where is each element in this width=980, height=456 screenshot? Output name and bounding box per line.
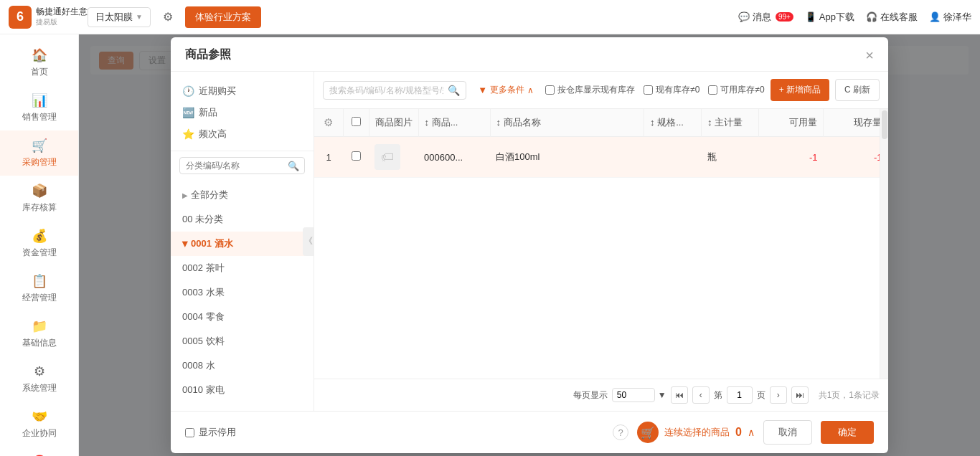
sort-icon: ↕: [425, 117, 430, 128]
sidebar-item-finance[interactable]: 💰 资金管理: [0, 221, 78, 266]
row-stock: -1: [824, 137, 888, 178]
sidebar-item-inventory[interactable]: 📦 库存核算: [0, 176, 78, 221]
per-page-select[interactable]: ▼: [612, 388, 666, 402]
scrollbar-thumb: [882, 110, 887, 139]
sidebar-item-purchase[interactable]: 🛒 采购管理: [0, 130, 78, 176]
add-product-button[interactable]: + 新增商品: [771, 79, 829, 101]
show-disabled-checkbox[interactable]: [185, 428, 194, 437]
category-item-0004[interactable]: 0004 零食: [171, 305, 314, 329]
sidebar-item-enterprise[interactable]: 🤝 企业协同: [0, 402, 78, 447]
app-download-item[interactable]: 📱 App下载: [805, 11, 854, 24]
show-disabled-checkbox-label[interactable]: 显示停用: [185, 426, 236, 439]
product-table: ⚙ 商品图片: [314, 109, 888, 178]
row-checkbox[interactable]: [352, 151, 361, 161]
col-stock-header: 现存量: [824, 109, 888, 137]
first-page-button[interactable]: ⏮: [671, 386, 688, 404]
category-panel: 🕐 近期购买 🆕 新品 ⭐ 频次高: [171, 72, 314, 411]
category-0008-label: 0008 水: [182, 359, 215, 372]
checkbox-current-stock[interactable]: 现有库存≠0: [644, 84, 699, 96]
operations-icon: 📋: [32, 273, 47, 289]
quick-link-new[interactable]: 🆕 新品: [179, 102, 305, 123]
filter-icon: ▼: [478, 85, 487, 95]
experience-button[interactable]: 体验行业方案: [185, 6, 261, 28]
col-code-header[interactable]: ↕ 商品...: [418, 109, 490, 137]
category-0004-label: 0004 零食: [182, 310, 225, 323]
logo-icon: 6: [9, 6, 32, 29]
confirm-button[interactable]: 确定: [821, 421, 874, 444]
category-item-0001[interactable]: 0001 酒水: [171, 232, 314, 256]
row-available: -1: [759, 137, 824, 178]
online-service-item[interactable]: 🎧 在线客服: [866, 11, 918, 24]
col-unit-header[interactable]: ↕ 主计量: [702, 109, 759, 137]
category-item-0010[interactable]: 0010 家电: [171, 378, 314, 402]
col-name-header[interactable]: ↕ 商品名称: [490, 109, 644, 137]
branch-selector[interactable]: 日太阳膜 ▼: [88, 7, 151, 27]
collapse-panel-button[interactable]: 《: [303, 227, 314, 256]
category-item-0002[interactable]: 0002 茶叶: [171, 256, 314, 280]
nav-right: 💬 消息 99+ 📱 App下载 🎧 在线客服 👤 徐泽华: [738, 11, 971, 24]
help-icon[interactable]: ?: [613, 424, 628, 440]
filter-button[interactable]: ▼ 更多条件 ∧: [472, 81, 540, 99]
table-scrollbar[interactable]: [880, 109, 888, 379]
modal-header: 商品参照 ×: [171, 37, 888, 72]
checkbox-warehouse-stock[interactable]: 按仓库显示现有库存: [545, 84, 635, 96]
messages-nav-item[interactable]: 💬 消息 99+: [738, 11, 793, 24]
category-item-00[interactable]: 00 未分类: [171, 207, 314, 232]
row-spec: [644, 137, 702, 178]
logo-text: 畅捷通好生意: [36, 6, 88, 18]
sidebar-item-system[interactable]: ⚙ 系统管理: [0, 356, 78, 402]
page-suffix: 页: [757, 389, 765, 402]
col-spec-header[interactable]: ↕ 规格...: [644, 109, 702, 137]
checkbox-available-stock[interactable]: 可用库存≠0: [708, 84, 764, 96]
category-item-0005[interactable]: 0005 饮料: [171, 329, 314, 353]
sort-icon: ↕: [707, 117, 712, 128]
select-all-checkbox[interactable]: [352, 117, 361, 126]
settings-icon[interactable]: ⚙: [156, 6, 179, 29]
sidebar-item-guide[interactable]: 🎯 新手引导: [0, 447, 78, 456]
category-search-icon: 🔍: [288, 161, 299, 171]
quick-link-frequent[interactable]: ⭐ 频次高: [179, 123, 305, 145]
product-table-container: ⚙ 商品图片: [314, 109, 888, 379]
search-toolbar: 🔍 ▼ 更多条件 ∧ 按仓库显示现有库存: [314, 72, 888, 109]
logo-sub: 捷易版: [36, 17, 88, 27]
checkbox-warehouse-stock-input[interactable]: [545, 85, 555, 95]
per-page-dropdown-icon[interactable]: ▼: [658, 390, 666, 400]
quick-link-recent[interactable]: 🕐 近期购买: [179, 80, 305, 102]
sidebar-label-system: 系统管理: [22, 382, 57, 394]
category-item-0008[interactable]: 0008 水: [171, 353, 314, 378]
footer-right: ? 🛒 连续选择的商品 0 ∧ 取消 确定: [613, 420, 874, 445]
category-0003-label: 0003 水果: [182, 286, 225, 299]
checkbox-available-stock-input[interactable]: [708, 85, 717, 95]
sidebar-label-sales: 销售管理: [22, 111, 57, 123]
per-page-input[interactable]: [612, 388, 655, 402]
category-0005-label: 0005 饮料: [182, 335, 225, 348]
basic-info-icon: 📁: [32, 318, 47, 334]
category-search-input[interactable]: [179, 157, 305, 174]
cancel-button[interactable]: 取消: [763, 420, 812, 445]
user-profile-item[interactable]: 👤 徐泽华: [929, 11, 971, 24]
table-settings-icon[interactable]: ⚙: [324, 116, 333, 128]
modal-close-button[interactable]: ×: [865, 48, 874, 62]
category-item-0003[interactable]: 0003 水果: [171, 280, 314, 305]
headset-icon: 🎧: [866, 11, 877, 22]
last-page-button[interactable]: ⏭: [791, 386, 809, 404]
current-page-input[interactable]: [727, 386, 753, 404]
sidebar-item-operations[interactable]: 📋 经营管理: [0, 266, 78, 311]
show-disabled-label: 显示停用: [199, 426, 236, 439]
category-item-all[interactable]: 全部分类: [171, 183, 314, 207]
sidebar-label-basic-info: 基础信息: [22, 337, 57, 349]
filter-label: 更多条件: [490, 84, 524, 96]
refresh-button[interactable]: C 刷新: [835, 79, 880, 101]
checkbox-warehouse-stock-label: 按仓库显示现有库存: [557, 84, 635, 96]
sidebar-item-basic-info[interactable]: 📁 基础信息: [0, 311, 78, 356]
cart-collapse-icon[interactable]: ∧: [748, 427, 755, 438]
sidebar-item-home[interactable]: 🏠 首页: [0, 40, 78, 85]
product-search-input[interactable]: [329, 85, 443, 95]
checkbox-current-stock-input[interactable]: [644, 85, 653, 95]
sidebar-item-sales[interactable]: 📊 销售管理: [0, 85, 78, 130]
row-num: 1: [314, 137, 343, 178]
table-row[interactable]: 1 🏷 000600...: [314, 137, 888, 178]
prev-page-button[interactable]: ‹: [692, 386, 710, 404]
next-page-button[interactable]: ›: [770, 386, 787, 404]
row-checkbox-cell: [343, 137, 369, 178]
